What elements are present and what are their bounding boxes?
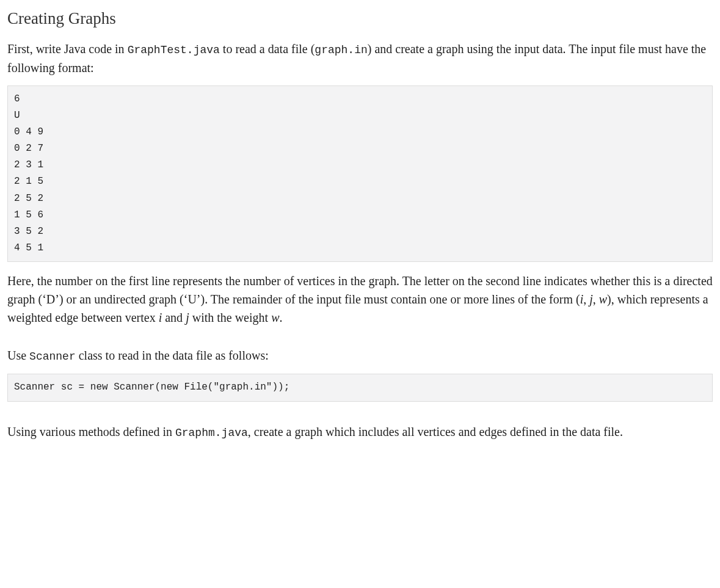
text: , create a graph which includes all vert… xyxy=(248,425,623,438)
text: to read a data file ( xyxy=(220,42,315,56)
text: and xyxy=(162,311,186,324)
variable-w: w xyxy=(271,311,279,324)
text: First, write Java code in xyxy=(7,42,128,56)
format-explanation-paragraph: Here, the number on the first line repre… xyxy=(7,272,713,327)
code-filename: graph.in xyxy=(315,44,367,56)
variable-w: w xyxy=(599,292,607,306)
text: Use xyxy=(7,349,29,362)
text: with the weight xyxy=(189,311,271,324)
text: class to read in the data file as follow… xyxy=(76,349,269,362)
graphm-instruction-paragraph: Using various methods defined in Graphm.… xyxy=(7,423,713,441)
text: , xyxy=(583,292,589,306)
scanner-codeblock: Scanner sc = new Scanner(new File("graph… xyxy=(7,374,713,401)
intro-paragraph: First, write Java code in GraphTest.java… xyxy=(7,40,713,77)
code-filename: GraphTest.java xyxy=(128,44,220,56)
page-title: Creating Graphs xyxy=(7,6,713,31)
input-file-format-codeblock: 6 U 0 4 9 0 2 7 2 3 1 2 1 5 2 5 2 1 5 6 … xyxy=(7,85,713,263)
code-class: Scanner xyxy=(29,350,76,363)
text: . xyxy=(279,311,282,324)
scanner-instruction-paragraph: Use Scanner class to read in the data fi… xyxy=(7,346,713,365)
text: Using various methods defined in xyxy=(7,425,175,438)
text: , xyxy=(593,292,599,306)
code-filename: Graphm.java xyxy=(175,427,248,439)
